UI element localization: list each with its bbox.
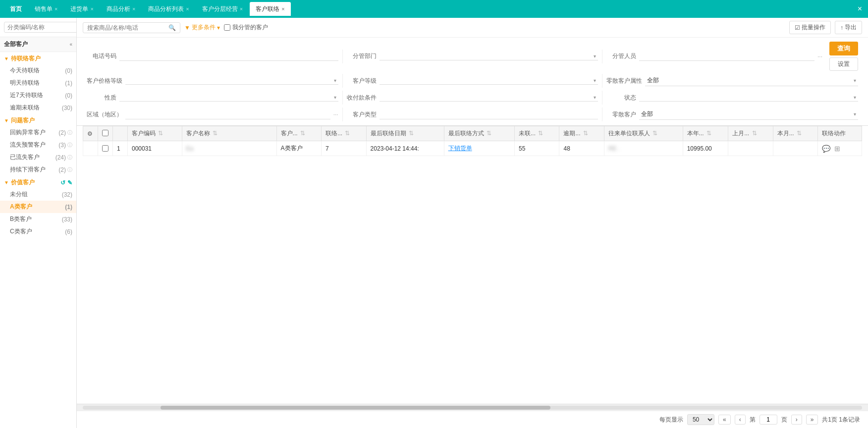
last-page-button[interactable]: »: [806, 415, 818, 425]
per-page-select[interactable]: 50 100 200: [687, 414, 714, 425]
col-this-year[interactable]: 本年... ⇅: [683, 126, 728, 141]
col-code[interactable]: 客户编码 ⇅: [128, 126, 182, 141]
filter-region-dots-icon[interactable]: ···: [333, 111, 338, 118]
sidebar-item-lost-customers[interactable]: 已流失客户 (24) ⓘ: [0, 151, 76, 163]
my-customers-checkbox-container[interactable]: 我分管的客户: [224, 23, 268, 32]
nav-tab-analysis[interactable]: 商品分析 ×: [101, 2, 141, 16]
table-header-row: ⚙ 客户编码 ⇅ 客户名称 ⇅ 客户... ⇅ 联络... ⇅ 最后联络日期 ⇅…: [83, 126, 862, 141]
filter-dept-select[interactable]: ▾: [380, 53, 598, 60]
row-last-contact-method[interactable]: 下销货单: [444, 141, 514, 156]
sidebar-group-pending-contact[interactable]: ▼ 待联络客户: [0, 52, 76, 64]
col-name[interactable]: 客户名称 ⇅: [182, 126, 276, 141]
row-contact-method-link[interactable]: 下销货单: [448, 145, 472, 152]
row-name[interactable]: Ea: [182, 141, 276, 156]
row-unit-contact-value: RE .: [608, 145, 620, 152]
sidebar-search-input[interactable]: [4, 22, 77, 33]
filter-region-input[interactable]: [125, 110, 330, 119]
churn-warning-info-icon[interactable]: ⓘ: [67, 142, 72, 149]
row-code[interactable]: 000031: [128, 141, 182, 156]
col-contact[interactable]: 联络... ⇅: [322, 126, 367, 141]
next-page-button[interactable]: ›: [791, 415, 802, 425]
nav-tab-sales-close[interactable]: ×: [54, 6, 57, 12]
nav-tab-customer-mgmt[interactable]: 客户分层经营 ×: [196, 2, 249, 16]
nav-tab-analysis-list-close[interactable]: ×: [186, 6, 189, 12]
sidebar-item-class-b[interactable]: B类客户 (33): [0, 213, 76, 225]
query-button[interactable]: 查询: [829, 42, 858, 55]
repurchase-abnormal-info-icon[interactable]: ⓘ: [67, 129, 72, 136]
filter-status: 状态 ▾: [602, 91, 862, 105]
toolbar-search-icon[interactable]: 🔍: [168, 24, 176, 31]
sidebar-item-overdue-contact[interactable]: 逾期未联络 (30): [0, 102, 76, 114]
nav-tab-analysis-list[interactable]: 商品分析列表 ×: [142, 2, 195, 16]
churn-warning-label: 流失预警客户: [10, 141, 46, 149]
col-no-contact[interactable]: 未联... ⇅: [514, 126, 559, 141]
value-customers-edit-icon[interactable]: ✎: [67, 179, 72, 186]
sidebar-all-customers-header[interactable]: 全部客户 «: [0, 37, 76, 52]
sidebar-item-repurchase-abnormal[interactable]: 回购异常客户 (2) ⓘ: [0, 126, 76, 139]
scrollbar-thumb[interactable]: [161, 406, 550, 410]
nav-tab-purchase[interactable]: 进货单 ×: [64, 2, 99, 16]
sidebar-item-ungrouped[interactable]: 未分组 (32): [0, 188, 76, 201]
col-unit-contact[interactable]: 往来单位联系人 ⇅: [604, 126, 683, 141]
sidebar-item-declining-customers[interactable]: 持续下滑客户 (2) ⓘ: [0, 163, 76, 176]
select-all-checkbox[interactable]: [102, 130, 108, 136]
filter-status-select[interactable]: ▾: [639, 94, 858, 102]
nav-tab-customer-contact[interactable]: 客户联络 ×: [250, 2, 290, 16]
sidebar-item-7day-pending[interactable]: 近7天待联络 (0): [0, 89, 76, 102]
col-this-month[interactable]: 本月... ⇅: [773, 126, 818, 141]
filter-nature-select[interactable]: ▾: [119, 94, 338, 102]
batch-operation-button[interactable]: ☑ 批量操作: [789, 21, 831, 34]
value-customers-refresh-icon[interactable]: ↺: [60, 179, 65, 186]
toolbar-filter-button[interactable]: ▼ 更多条件 ▾: [184, 23, 220, 32]
filter-price-level-select[interactable]: ▾: [125, 77, 338, 85]
col-overdue[interactable]: 逾期... ⇅: [559, 126, 604, 141]
filter-customer-type-input[interactable]: [380, 110, 598, 119]
row-grid-icon[interactable]: ⊞: [834, 145, 840, 153]
nav-tab-customer-mgmt-close[interactable]: ×: [240, 6, 243, 12]
sidebar-collapse-icon[interactable]: «: [69, 42, 72, 47]
declining-customers-info-icon[interactable]: ⓘ: [67, 166, 72, 173]
col-last-contact-method[interactable]: 最后联络方式 ⇅: [444, 126, 514, 141]
row-checkbox[interactable]: [102, 145, 108, 152]
filter-payment-select[interactable]: ▾: [380, 94, 598, 102]
col-last-contact-date[interactable]: 最后联络日期 ⇅: [366, 126, 444, 141]
sidebar-item-churn-warning[interactable]: 流失预警客户 (3) ⓘ: [0, 139, 76, 151]
col-checkbox-header[interactable]: [98, 126, 113, 141]
filter-retail-customer-select[interactable]: 全部 ▾: [639, 109, 858, 120]
filter-customer-level-select[interactable]: ▾: [380, 77, 598, 85]
row-contact-count: 7: [322, 141, 367, 156]
nav-tab-sales[interactable]: 销售单 ×: [29, 2, 63, 16]
nav-tab-analysis-close[interactable]: ×: [132, 6, 135, 12]
export-button[interactable]: ↑ 导出: [835, 21, 862, 34]
nav-tab-purchase-label: 进货单: [70, 5, 88, 13]
filter-retail-attr-select[interactable]: 全部 ▾: [645, 75, 858, 86]
close-all-tabs-button[interactable]: ×: [856, 2, 864, 15]
row-chat-icon[interactable]: 💬: [822, 145, 830, 153]
settings-button[interactable]: 设置: [829, 57, 858, 71]
col-last-month[interactable]: 上月... ⇅: [728, 126, 773, 141]
sidebar-group-value-customers[interactable]: ▼ 价值客户 ↺ ✎: [0, 176, 76, 188]
sidebar-item-class-a[interactable]: A类客户 (1): [0, 201, 76, 213]
filter-row-1: 电话号码 分管部门 ▾ 分管人员 ··· 查询 设置: [83, 42, 862, 71]
sidebar-item-today-pending[interactable]: 今天待联络 (0): [0, 64, 76, 77]
nav-tab-home[interactable]: 首页: [4, 2, 28, 16]
sidebar-item-class-c[interactable]: C类客户 (6): [0, 225, 76, 238]
lost-customers-info-icon[interactable]: ⓘ: [67, 154, 72, 161]
toolbar-search-input[interactable]: [87, 24, 166, 31]
page-number-input[interactable]: [760, 415, 777, 425]
filter-phone-input[interactable]: [119, 52, 338, 61]
filter-manager-input[interactable]: [639, 52, 814, 61]
sidebar-group-problem-customers[interactable]: ▼ 问题客户: [0, 114, 76, 126]
overdue-contact-count: (30): [62, 105, 72, 111]
row-checkbox-cell[interactable]: [98, 141, 113, 156]
col-category[interactable]: 客户... ⇅: [276, 126, 322, 141]
first-page-button[interactable]: «: [718, 415, 731, 425]
horizontal-scrollbar[interactable]: [77, 404, 868, 411]
sidebar-item-tomorrow-pending[interactable]: 明天待联络 (1): [0, 77, 76, 89]
nav-tab-customer-contact-close[interactable]: ×: [281, 6, 284, 12]
my-customers-checkbox[interactable]: [224, 24, 230, 31]
filter-manager-dots-icon[interactable]: ···: [817, 53, 822, 60]
nav-tab-purchase-close[interactable]: ×: [90, 6, 93, 12]
prev-page-button[interactable]: ‹: [735, 415, 746, 425]
col-settings[interactable]: ⚙: [83, 126, 98, 141]
